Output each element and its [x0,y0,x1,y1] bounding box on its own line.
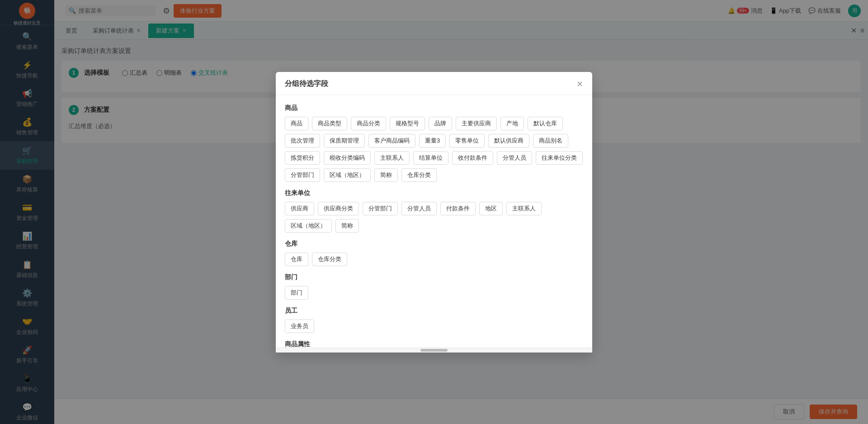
scrollbar-thumb-h [420,349,448,352]
tag-item-3-0[interactable]: 部门 [285,286,308,300]
tag-item-4-0[interactable]: 业务员 [285,319,314,333]
modal-overlay[interactable]: 分组待选字段 ✕ 商品商品商品类型商品分类规格型号品牌主要供应商产地默认仓库批次… [0,0,868,424]
tag-item-0-16[interactable]: 税收分类编码 [324,151,371,165]
tag-item-0-3[interactable]: 规格型号 [390,117,425,130]
section-title-5: 商品属性 [285,340,583,348]
tag-item-1-2[interactable]: 分管部门 [363,202,398,215]
tag-item-0-14[interactable]: 商品别名 [533,134,568,148]
tag-item-1-7[interactable]: 区域（地区） [285,219,332,233]
tag-item-0-4[interactable]: 品牌 [429,117,452,130]
tag-item-0-19[interactable]: 收付款条件 [452,151,493,165]
tag-item-0-17[interactable]: 主联系人 [374,151,410,165]
tag-item-0-6[interactable]: 产地 [500,117,524,130]
tag-item-1-4[interactable]: 付款条件 [440,202,476,215]
section-title-3: 部门 [285,273,583,281]
tag-item-0-10[interactable]: 客户商品编码 [368,134,415,148]
modal-close-button[interactable]: ✕ [576,79,583,89]
tag-item-0-20[interactable]: 分管人员 [497,151,532,165]
tag-item-0-11[interactable]: 重量3 [419,134,446,148]
tag-item-0-24[interactable]: 简称 [374,168,398,182]
tag-item-1-0[interactable]: 供应商 [285,202,314,215]
tag-item-0-21[interactable]: 往来单位分类 [536,151,583,165]
modal-body: 商品商品商品类型商品分类规格型号品牌主要供应商产地默认仓库批次管理保质期管理客户… [276,95,592,348]
tag-item-0-7[interactable]: 默认仓库 [528,117,563,130]
tag-item-0-0[interactable]: 商品 [285,117,308,130]
tag-item-0-25[interactable]: 仓库分类 [401,168,437,182]
tag-item-2-1[interactable]: 仓库分类 [312,252,347,266]
section-title-4: 员工 [285,307,583,315]
modal-horizontal-scrollbar[interactable] [276,348,592,353]
modal-title: 分组待选字段 [285,79,328,89]
tag-item-1-1[interactable]: 供应商分类 [318,202,359,215]
section-title-1: 往来单位 [285,189,583,197]
tag-item-0-22[interactable]: 分管部门 [285,168,320,182]
tag-item-1-5[interactable]: 地区 [479,202,503,215]
tag-item-1-8[interactable]: 简称 [335,219,359,233]
tag-item-2-0[interactable]: 仓库 [285,252,308,266]
tag-item-0-2[interactable]: 商品分类 [351,117,386,130]
tag-item-0-5[interactable]: 主要供应商 [456,117,497,130]
tag-item-0-13[interactable]: 默认供应商 [488,134,529,148]
tag-item-0-1[interactable]: 商品类型 [312,117,347,130]
tag-grid-1: 供应商供应商分类分管部门分管人员付款条件地区主联系人区域（地区）简称 [285,202,583,233]
tag-grid-0: 商品商品类型商品分类规格型号品牌主要供应商产地默认仓库批次管理保质期管理客户商品… [285,117,583,182]
tag-item-0-18[interactable]: 结算单位 [413,151,448,165]
tag-grid-3: 部门 [285,286,583,300]
modal: 分组待选字段 ✕ 商品商品商品类型商品分类规格型号品牌主要供应商产地默认仓库批次… [276,72,592,353]
section-title-0: 商品 [285,104,583,112]
section-title-2: 仓库 [285,240,583,248]
tag-item-0-12[interactable]: 零售单位 [449,134,485,148]
tag-item-0-8[interactable]: 批次管理 [285,134,320,148]
tag-item-1-6[interactable]: 主联系人 [506,202,542,215]
tag-grid-2: 仓库仓库分类 [285,252,583,266]
tag-grid-4: 业务员 [285,319,583,333]
tag-item-0-15[interactable]: 拣货积分 [285,151,320,165]
tag-item-1-3[interactable]: 分管人员 [401,202,437,215]
tag-item-0-9[interactable]: 保质期管理 [324,134,365,148]
tag-item-0-23[interactable]: 区域（地区） [324,168,371,182]
modal-header: 分组待选字段 ✕ [276,72,592,95]
